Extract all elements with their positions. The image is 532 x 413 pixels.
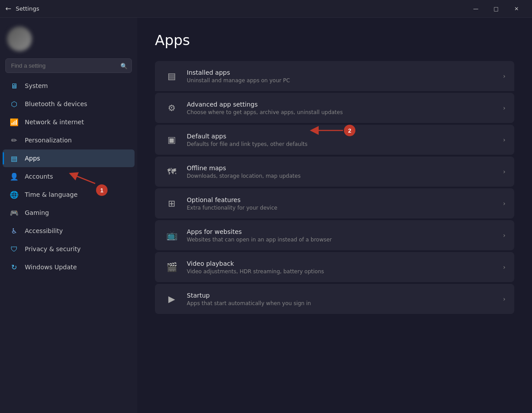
apps-for-websites-text: Apps for websitesWebsites that can open … [187, 228, 503, 243]
apps-icon: ▤ [10, 154, 19, 163]
startup-chevron-icon: › [503, 295, 505, 302]
installed-apps-text: Installed appsUninstall and manage apps … [187, 69, 503, 84]
installed-apps-icon: ▤ [164, 68, 180, 84]
apps-for-websites-subtitle: Websites that can open in an app instead… [187, 237, 503, 243]
sidebar-item-label-system: System [25, 82, 48, 89]
system-icon: 🖥 [10, 81, 19, 90]
sidebar-item-label-apps: Apps [25, 155, 40, 162]
app-title: Settings [15, 5, 466, 12]
sidebar-item-gaming[interactable]: 🎮Gaming [3, 204, 135, 222]
sidebar-item-apps[interactable]: ▤Apps [3, 149, 135, 167]
update-icon: ↻ [10, 263, 19, 272]
advanced-app-settings-chevron-icon: › [503, 104, 505, 111]
accounts-icon: 👤 [10, 172, 19, 181]
avatar [7, 27, 32, 51]
card-apps-for-websites[interactable]: 📺Apps for websitesWebsites that can open… [155, 220, 514, 250]
main-content: Apps ▤Installed appsUninstall and manage… [137, 18, 532, 413]
card-installed-apps[interactable]: ▤Installed appsUninstall and manage apps… [155, 61, 514, 91]
offline-maps-text: Offline mapsDownloads, storage location,… [187, 164, 503, 179]
offline-maps-chevron-icon: › [503, 168, 505, 175]
advanced-app-settings-title: Advanced app settings [187, 101, 503, 108]
search-box: 🔍 [5, 58, 132, 73]
default-apps-subtitle: Defaults for file and link types, other … [187, 141, 503, 147]
advanced-app-settings-text: Advanced app settingsChoose where to get… [187, 101, 503, 115]
user-profile [0, 18, 137, 58]
default-apps-chevron-icon: › [503, 136, 505, 143]
sidebar-item-privacy[interactable]: 🛡Privacy & security [3, 240, 135, 258]
video-playback-chevron-icon: › [503, 264, 505, 271]
default-apps-title: Default apps [187, 133, 503, 140]
sidebar-item-label-time: Time & language [25, 191, 77, 198]
installed-apps-chevron-icon: › [503, 73, 505, 80]
card-offline-maps[interactable]: 🗺Offline mapsDownloads, storage location… [155, 157, 514, 187]
offline-maps-subtitle: Downloads, storage location, map updates [187, 173, 503, 179]
offline-maps-title: Offline maps [187, 164, 503, 172]
bluetooth-icon: ⬡ [10, 99, 19, 108]
window-controls: — □ ✕ [466, 2, 527, 16]
nav-items-list: 🖥System⬡Bluetooth & devices📶Network & in… [0, 76, 137, 276]
sidebar-item-network[interactable]: 📶Network & internet [3, 113, 135, 131]
apps-for-websites-icon: 📺 [164, 227, 180, 243]
titlebar: ← Settings — □ ✕ [0, 0, 532, 18]
advanced-app-settings-icon: ⚙ [164, 100, 180, 116]
time-icon: 🌐 [10, 190, 19, 199]
sidebar-item-bluetooth[interactable]: ⬡Bluetooth & devices [3, 95, 135, 113]
startup-title: Startup [187, 292, 503, 299]
default-apps-icon: ▣ [164, 132, 180, 148]
sidebar: 🔍 🖥System⬡Bluetooth & devices📶Network & … [0, 18, 137, 413]
installed-apps-title: Installed apps [187, 69, 503, 76]
back-button[interactable]: ← [5, 4, 11, 13]
card-startup[interactable]: ▶StartupApps that start automatically wh… [155, 284, 514, 314]
video-playback-icon: 🎬 [164, 259, 180, 275]
apps-for-websites-title: Apps for websites [187, 228, 503, 235]
optional-features-icon: ⊞ [164, 195, 180, 211]
privacy-icon: 🛡 [10, 245, 19, 253]
sidebar-item-accounts[interactable]: 👤Accounts [3, 168, 135, 185]
personalization-icon: ✏ [10, 136, 19, 145]
video-playback-subtitle: Video adjustments, HDR streaming, batter… [187, 268, 503, 275]
startup-icon: ▶ [164, 291, 180, 307]
search-icon: 🔍 [120, 62, 127, 69]
video-playback-text: Video playbackVideo adjustments, HDR str… [187, 260, 503, 275]
sidebar-item-label-update: Windows Update [25, 264, 77, 271]
maximize-button[interactable]: □ [486, 2, 506, 16]
app-container: 🔍 🖥System⬡Bluetooth & devices📶Network & … [0, 18, 532, 413]
search-input[interactable] [5, 58, 132, 73]
sidebar-item-update[interactable]: ↻Windows Update [3, 258, 135, 276]
sidebar-item-personalization[interactable]: ✏Personalization [3, 131, 135, 149]
minimize-button[interactable]: — [466, 2, 486, 16]
close-button[interactable]: ✕ [506, 2, 527, 16]
sidebar-item-label-personalization: Personalization [25, 137, 72, 144]
card-advanced-app-settings[interactable]: ⚙Advanced app settingsChoose where to ge… [155, 93, 514, 123]
optional-features-title: Optional features [187, 196, 503, 203]
sidebar-item-label-accounts: Accounts [25, 173, 53, 180]
card-default-apps[interactable]: ▣Default appsDefaults for file and link … [155, 125, 514, 155]
sidebar-item-label-network: Network & internet [25, 119, 84, 126]
optional-features-chevron-icon: › [503, 200, 505, 207]
page-title: Apps [155, 32, 514, 49]
accessibility-icon: ♿ [10, 226, 19, 235]
network-icon: 📶 [10, 118, 19, 126]
sidebar-item-system[interactable]: 🖥System [3, 77, 135, 95]
default-apps-text: Default appsDefaults for file and link t… [187, 133, 503, 147]
sidebar-item-label-gaming: Gaming [25, 209, 49, 216]
sidebar-item-accessibility[interactable]: ♿Accessibility [3, 222, 135, 240]
sidebar-item-label-bluetooth: Bluetooth & devices [25, 100, 87, 107]
optional-features-subtitle: Extra functionality for your device [187, 205, 503, 211]
sidebar-item-time[interactable]: 🌐Time & language [3, 186, 135, 203]
sidebar-item-label-accessibility: Accessibility [25, 227, 63, 234]
apps-for-websites-chevron-icon: › [503, 232, 505, 239]
settings-cards-list: ▤Installed appsUninstall and manage apps… [155, 61, 514, 314]
advanced-app-settings-subtitle: Choose where to get apps, archive apps, … [187, 109, 503, 115]
startup-subtitle: Apps that start automatically when you s… [187, 300, 503, 306]
card-video-playback[interactable]: 🎬Video playbackVideo adjustments, HDR st… [155, 252, 514, 282]
installed-apps-subtitle: Uninstall and manage apps on your PC [187, 77, 503, 84]
video-playback-title: Video playback [187, 260, 503, 267]
card-optional-features[interactable]: ⊞Optional featuresExtra functionality fo… [155, 188, 514, 218]
gaming-icon: 🎮 [10, 208, 19, 217]
startup-text: StartupApps that start automatically whe… [187, 292, 503, 306]
offline-maps-icon: 🗺 [164, 164, 180, 180]
optional-features-text: Optional featuresExtra functionality for… [187, 196, 503, 211]
sidebar-item-label-privacy: Privacy & security [25, 245, 81, 252]
